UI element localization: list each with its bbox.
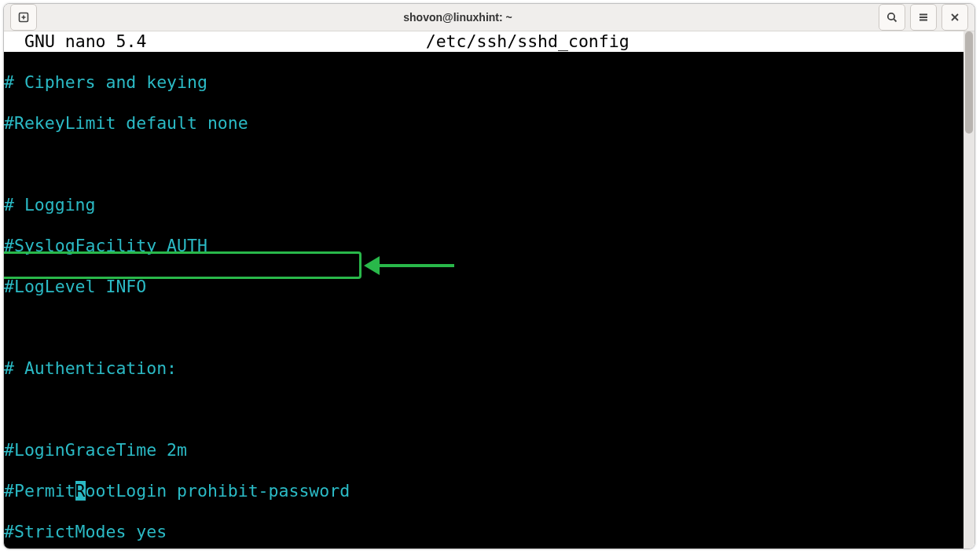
scrollbar[interactable] (963, 31, 974, 549)
editor-line-highlighted[interactable]: #PermitRootLogin prohibit-password (4, 481, 963, 501)
editor-line[interactable]: #RekeyLimit default none (4, 113, 963, 134)
search-icon (886, 11, 898, 24)
svg-line-4 (894, 19, 896, 21)
close-button[interactable] (941, 4, 968, 31)
new-tab-icon (17, 11, 30, 24)
new-tab-button[interactable] (10, 4, 37, 31)
editor-line[interactable]: #LoginGraceTime 2m (4, 440, 963, 460)
editor-line[interactable] (4, 154, 963, 174)
editor-line[interactable] (4, 399, 963, 420)
editor-line[interactable]: #StrictModes yes (4, 522, 963, 542)
nano-file-path: /etc/ssh/sshd_config (91, 31, 963, 52)
titlebar: shovon@linuxhint: ~ (4, 4, 974, 31)
editor-line[interactable]: #LogLevel INFO (4, 277, 963, 297)
search-button[interactable] (879, 4, 905, 31)
terminal[interactable]: GNU nano 5.4 /etc/ssh/sshd_config # Ciph… (4, 31, 963, 549)
editor-line[interactable]: # Authentication: (4, 358, 963, 379)
editor-line[interactable] (4, 317, 963, 338)
svg-point-3 (888, 13, 894, 20)
menu-button[interactable] (910, 4, 937, 31)
scrollbar-thumb[interactable] (965, 31, 973, 134)
cursor: R (75, 481, 86, 501)
terminal-window: shovon@linuxhint: ~ (3, 3, 975, 549)
nano-header: GNU nano 5.4 /etc/ssh/sshd_config (4, 31, 963, 52)
hamburger-icon (917, 11, 930, 24)
terminal-area: GNU nano 5.4 /etc/ssh/sshd_config # Ciph… (4, 31, 974, 549)
editor-line[interactable]: #SyslogFacility AUTH (4, 236, 963, 256)
window-title: shovon@linuxhint: ~ (42, 11, 874, 24)
editor-line[interactable]: # Logging (4, 195, 963, 215)
editor-body[interactable]: # Ciphers and keying #RekeyLimit default… (4, 52, 963, 549)
editor-line[interactable]: # Ciphers and keying (4, 72, 963, 93)
close-icon (949, 12, 960, 23)
